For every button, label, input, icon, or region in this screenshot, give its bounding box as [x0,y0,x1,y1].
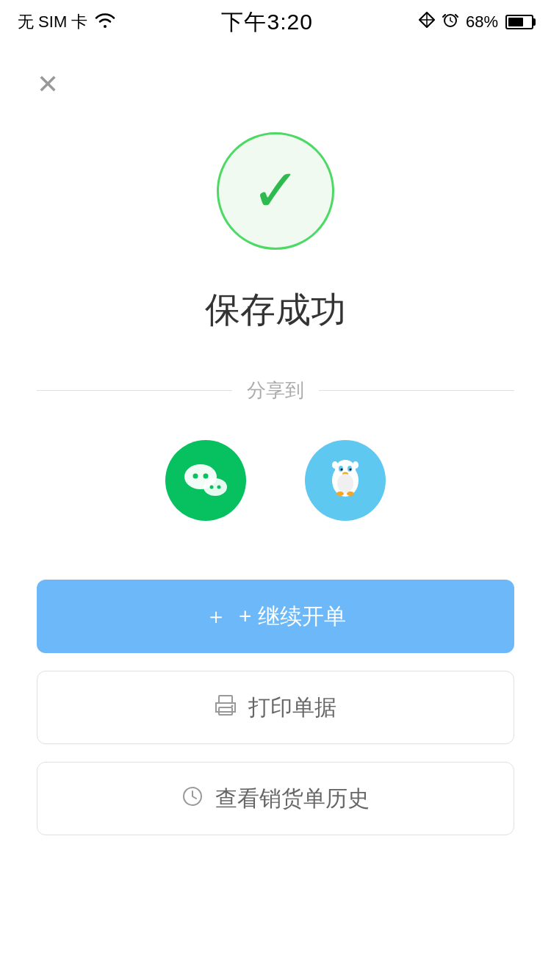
action-buttons: ＋ + 继续开单 打印单据 [37,580,514,835]
history-button[interactable]: 查看销货单历史 [37,762,514,835]
right-divider [319,390,514,391]
share-divider-row: 分享到 [37,378,514,403]
wechat-icon [180,455,231,506]
svg-point-6 [217,486,221,489]
wechat-share-button[interactable] [165,440,246,521]
svg-point-12 [350,469,352,471]
svg-point-4 [204,478,227,496]
status-right: 68% [419,12,533,32]
status-time: 下午3:20 [221,7,312,37]
success-section: ✓ 保存成功 分享到 [0,44,551,835]
svg-point-21 [231,705,234,707]
battery-icon [505,15,533,29]
history-label: 查看销货单历史 [215,784,370,814]
continue-label: + 继续开单 [239,602,346,632]
status-left: 无 SIM 卡 [18,11,115,33]
svg-point-3 [204,474,209,479]
clock-icon [181,785,204,813]
sim-label: 无 SIM 卡 [18,11,87,33]
svg-point-5 [210,486,214,489]
alarm-icon [442,12,458,32]
left-divider [37,390,232,391]
checkmark-icon: ✓ [251,162,300,220]
print-label: 打印单据 [248,693,336,723]
printer-icon [215,694,237,721]
print-button[interactable]: 打印单据 [37,671,514,744]
svg-point-17 [332,461,338,469]
svg-point-11 [341,469,343,471]
location-icon [419,12,435,32]
svg-point-14 [337,474,353,493]
success-title: 保存成功 [205,287,346,334]
status-bar: 无 SIM 卡 下午3:20 68% [0,0,551,44]
qq-icon [320,455,370,505]
share-icons-row [165,440,386,521]
svg-point-2 [193,474,198,479]
share-label: 分享到 [247,378,304,403]
qq-share-button[interactable] [305,440,386,521]
close-button[interactable]: ✕ [29,66,66,103]
success-circle: ✓ [217,132,334,250]
continue-button[interactable]: ＋ + 继续开单 [37,580,514,653]
plus-icon: ＋ [205,602,227,632]
wifi-icon [95,12,115,32]
svg-point-15 [336,491,344,496]
main-content: ✕ ✓ 保存成功 分享到 [0,44,551,980]
close-icon: ✕ [37,71,59,98]
svg-point-16 [347,491,354,496]
battery-percent: 68% [466,12,498,32]
svg-rect-19 [219,696,232,703]
svg-point-18 [353,461,359,469]
